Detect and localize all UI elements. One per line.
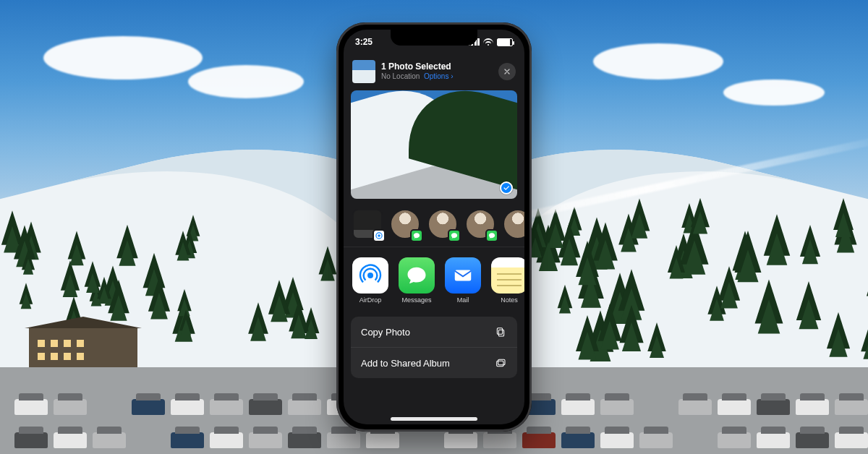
copy-icon xyxy=(494,325,507,338)
share-sheet: 1 Photo Selected No Location Options › xyxy=(344,54,524,424)
actions-list: Copy Photo Add to Shared Album xyxy=(351,317,517,378)
lodge-building xyxy=(29,328,137,369)
action-copy-photo[interactable]: Copy Photo xyxy=(351,317,517,347)
svg-point-0 xyxy=(378,234,380,237)
preview-image xyxy=(351,90,517,199)
app-label: AirDrop xyxy=(352,296,388,304)
svg-point-2 xyxy=(367,273,373,278)
header-thumbnail xyxy=(352,60,375,83)
selected-checkmark-icon xyxy=(500,181,513,194)
app-messages[interactable]: Messages xyxy=(399,257,435,304)
home-indicator xyxy=(391,417,477,421)
svg-rect-6 xyxy=(497,285,522,286)
battery-icon xyxy=(497,38,513,46)
stage: 3:25 1 Photo Selected No Location Option… xyxy=(0,0,868,454)
header-title: 1 Photo Selected xyxy=(381,62,493,72)
svg-rect-15 xyxy=(497,361,503,366)
svg-rect-4 xyxy=(497,273,522,275)
status-time: 3:25 xyxy=(355,37,373,47)
options-link[interactable]: Options › xyxy=(424,72,454,80)
messages-badge-icon xyxy=(448,229,461,242)
phone-frame: 3:25 1 Photo Selected No Location Option… xyxy=(336,22,532,432)
wifi-icon xyxy=(483,38,493,46)
svg-rect-13 xyxy=(498,330,503,336)
app-airdrop[interactable]: AirDrop xyxy=(352,257,388,304)
close-button[interactable] xyxy=(498,63,516,80)
suggested-contacts-row[interactable] xyxy=(344,199,524,247)
contact-person[interactable] xyxy=(390,209,420,239)
messages-badge-icon xyxy=(410,229,423,242)
svg-rect-5 xyxy=(497,279,522,280)
app-label: Notes xyxy=(491,296,524,304)
notch xyxy=(391,30,477,46)
app-row[interactable]: AirDrop Messages Mail xyxy=(344,247,524,309)
messages-icon xyxy=(399,257,435,294)
messages-badge-icon xyxy=(485,229,498,242)
svg-rect-3 xyxy=(455,270,472,281)
shared-album-icon xyxy=(494,356,507,369)
mail-icon xyxy=(445,257,481,294)
photo-preview[interactable] xyxy=(351,90,517,199)
airdrop-icon xyxy=(352,257,388,294)
action-label: Copy Photo xyxy=(361,327,410,338)
contact-device[interactable] xyxy=(352,209,383,239)
contact-person[interactable] xyxy=(503,209,519,239)
header-subtitle[interactable]: No Location Options › xyxy=(381,72,493,81)
share-header: 1 Photo Selected No Location Options › xyxy=(344,54,524,90)
action-label: Add to Shared Album xyxy=(361,358,450,369)
phone-screen: 3:25 1 Photo Selected No Location Option… xyxy=(344,30,524,424)
airdrop-badge-icon xyxy=(373,229,386,242)
contact-person[interactable] xyxy=(465,209,495,239)
app-label: Mail xyxy=(445,296,481,304)
notes-icon xyxy=(491,257,524,294)
contact-person[interactable] xyxy=(427,209,458,239)
svg-rect-14 xyxy=(497,328,502,335)
action-add-shared-album[interactable]: Add to Shared Album xyxy=(351,347,517,378)
app-notes[interactable]: Notes xyxy=(491,257,524,304)
svg-rect-16 xyxy=(498,359,505,364)
app-mail[interactable]: Mail xyxy=(445,257,481,304)
app-label: Messages xyxy=(399,296,435,304)
